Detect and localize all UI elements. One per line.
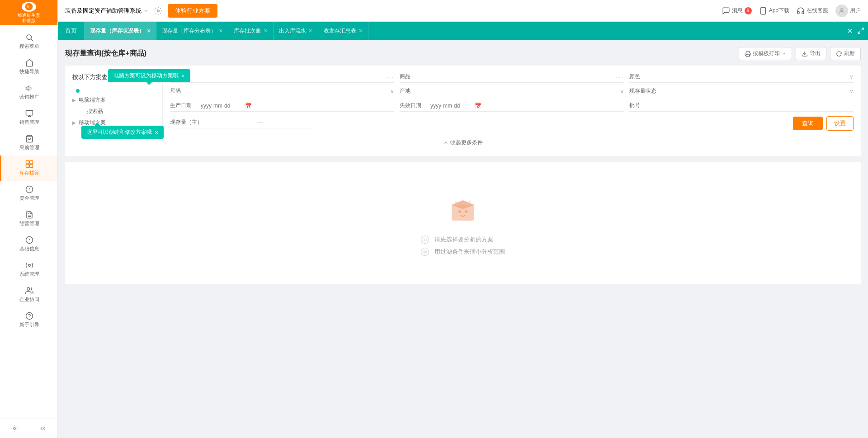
tab-home[interactable]: 首页 bbox=[58, 22, 85, 40]
tab-inventory-distribution[interactable]: 现存量（库存分布表） × bbox=[156, 22, 228, 40]
refresh-icon bbox=[836, 51, 842, 57]
sidebar-item-search[interactable]: 搜索菜单 bbox=[0, 29, 57, 54]
page-title: 现存量查询(按仓库+商品) bbox=[65, 49, 146, 58]
system-dropdown-chevron bbox=[143, 8, 149, 14]
tab-close-2[interactable]: × bbox=[264, 28, 267, 34]
sidebar-logo: 6 畅通好生意 标准版 bbox=[0, 0, 57, 25]
svg-point-23 bbox=[14, 428, 16, 430]
sidebar-item-management[interactable]: 经营管理 bbox=[0, 206, 57, 231]
settings-gear-icon[interactable] bbox=[154, 7, 162, 15]
filter-field-stock-status: 现存量状态 ∨ bbox=[629, 87, 854, 97]
filter-field-warehouse: 仓库 ··· bbox=[170, 73, 394, 83]
export-icon bbox=[802, 51, 808, 57]
headset-icon bbox=[797, 7, 805, 15]
scheme-item-desktop[interactable]: ▶ 电脑端方案 bbox=[72, 94, 157, 106]
svg-point-20 bbox=[27, 287, 30, 290]
tab-bar: 首页 现存量（库存状况表） × 现存量（库存分布表） × 库存批次账 × 出入库… bbox=[58, 22, 868, 40]
tab-close-1[interactable]: × bbox=[219, 28, 222, 34]
filter-row-3: 生产日期 📅 失效日期 📅 批号 bbox=[170, 102, 854, 112]
filter-field-product: 商品 ··· bbox=[400, 73, 624, 83]
content: 现存量查询(按仓库+商品) 按模板打印 导出 刷新 bbox=[58, 40, 868, 438]
print-btn[interactable]: 按模板打印 bbox=[739, 47, 792, 60]
sidebar-item-inventory[interactable]: 库存核算 bbox=[0, 155, 57, 181]
empty-state: ① 请先选择要分析的方案 ② 用过滤条件来缩小分析范围 bbox=[65, 162, 861, 284]
print-dropdown-icon bbox=[782, 52, 786, 56]
size-chevron[interactable]: ∨ bbox=[390, 88, 394, 94]
sidebar-item-marketing[interactable]: 营销推广 bbox=[0, 80, 57, 105]
filter-row-1: 仓库 ··· 商品 ··· 颜色 ∨ bbox=[170, 73, 854, 83]
settings-icon[interactable] bbox=[10, 424, 19, 433]
top-header: 装备及固定资产辅助管理系统 体验行业方案 消息 9 App下载 在线客服 bbox=[58, 0, 868, 22]
tooltip2-close[interactable]: × bbox=[155, 129, 158, 136]
product-dots[interactable]: ··· bbox=[616, 73, 624, 80]
tab-batch-account[interactable]: 库存批次账 × bbox=[228, 22, 273, 40]
settings-btn[interactable]: 设置 bbox=[826, 116, 854, 131]
messages-item[interactable]: 消息 9 bbox=[722, 7, 752, 15]
logo-text: 畅通好生意 标准版 bbox=[18, 13, 40, 24]
system-dropdown[interactable]: 装备及固定资产辅助管理系统 bbox=[65, 7, 149, 15]
prod-date-calendar-icon[interactable]: 📅 bbox=[245, 103, 252, 109]
tab-close-3[interactable]: × bbox=[309, 28, 312, 34]
tab-inventory-status[interactable]: 现存量（库存状况表） × bbox=[85, 22, 156, 40]
sidebar-item-sales[interactable]: 销售管理 bbox=[0, 105, 57, 130]
batch-input[interactable] bbox=[660, 103, 854, 109]
logo-icon: 6 bbox=[22, 2, 36, 12]
collapse-chevron-icon bbox=[443, 140, 448, 146]
messages-badge: 9 bbox=[745, 7, 752, 14]
stock-status-chevron[interactable]: ∨ bbox=[849, 88, 854, 94]
inventory-min-input[interactable] bbox=[206, 119, 252, 126]
scheme-item-search[interactable]: 搜索品 bbox=[72, 106, 157, 117]
tab-close-all-icon[interactable] bbox=[846, 27, 854, 34]
stock-status-input[interactable] bbox=[660, 88, 846, 94]
industry-btn[interactable]: 体验行业方案 bbox=[168, 4, 217, 18]
export-btn[interactable]: 导出 bbox=[796, 47, 826, 60]
prod-date-input[interactable] bbox=[201, 103, 241, 109]
origin-chevron[interactable]: ∨ bbox=[620, 88, 624, 94]
message-icon bbox=[722, 7, 730, 15]
filter-field-origin: 产地 ∨ bbox=[400, 87, 624, 97]
origin-input[interactable] bbox=[430, 88, 616, 94]
sidebar-item-info[interactable]: 基础信息 bbox=[0, 231, 57, 257]
size-input[interactable] bbox=[201, 88, 387, 94]
query-btn[interactable]: 查询 bbox=[793, 117, 823, 130]
svg-text:6: 6 bbox=[27, 5, 29, 9]
svg-point-24 bbox=[157, 9, 160, 12]
filter-field-prod-date: 生产日期 📅 bbox=[170, 102, 394, 112]
sidebar-item-guide[interactable]: 新手引导 bbox=[0, 307, 57, 333]
page-actions: 按模板打印 导出 刷新 bbox=[739, 47, 861, 60]
svg-line-3 bbox=[31, 39, 33, 41]
tab-close-4[interactable]: × bbox=[359, 28, 363, 34]
online-service-item[interactable]: 在线客服 bbox=[797, 7, 828, 15]
sidebar-item-purchase[interactable]: 采购管理 bbox=[0, 130, 57, 155]
tab-inout-flow[interactable]: 出入库流水 × bbox=[274, 22, 318, 40]
tab-maximize-icon[interactable] bbox=[857, 27, 864, 34]
user-avatar bbox=[835, 5, 848, 17]
refresh-btn[interactable]: 刷新 bbox=[830, 47, 861, 60]
filter-panel: 按以下方案查询 + « 电脑方案可设为移动方案哦 × bbox=[65, 66, 861, 156]
sidebar-item-finance[interactable]: 资金管理 bbox=[0, 181, 57, 206]
sidebar-item-system[interactable]: 系统管理 bbox=[0, 257, 57, 282]
collapse-icon[interactable] bbox=[39, 424, 47, 433]
inventory-max-input[interactable] bbox=[269, 119, 315, 126]
filter-row-2: 尺码 ∨ 产地 ∨ 现存量状态 ∨ bbox=[170, 87, 854, 97]
sidebar: 6 畅通好生意 标准版 搜索菜单 快捷导航 营销推广 销售管理 采购管理 bbox=[0, 0, 58, 438]
tab-close-0[interactable]: × bbox=[147, 28, 151, 34]
color-chevron[interactable]: ∨ bbox=[849, 74, 854, 80]
expire-date-calendar-icon[interactable]: 📅 bbox=[475, 103, 481, 109]
expire-date-input[interactable] bbox=[430, 103, 471, 109]
user-item[interactable]: 用户 bbox=[835, 5, 861, 17]
tooltip1-close[interactable]: × bbox=[181, 72, 185, 80]
sidebar-item-navigation[interactable]: 快捷导航 bbox=[0, 54, 57, 80]
collapse-btn[interactable]: 收起更多条件 bbox=[72, 136, 854, 149]
warehouse-input[interactable] bbox=[201, 74, 382, 80]
filter-field-color: 颜色 ∨ bbox=[629, 73, 854, 83]
tab-summary[interactable]: 收发存汇总表 × bbox=[318, 22, 368, 40]
svg-rect-32 bbox=[746, 54, 750, 57]
warehouse-dots[interactable]: ··· bbox=[386, 73, 394, 80]
header-right: 消息 9 App下载 在线客服 用户 bbox=[722, 5, 861, 17]
sidebar-nav: 搜索菜单 快捷导航 营销推广 销售管理 采购管理 库存核算 资金管理 经营管理 bbox=[0, 25, 57, 419]
app-download-item[interactable]: App下载 bbox=[759, 7, 789, 15]
color-input[interactable] bbox=[660, 74, 846, 80]
sidebar-item-enterprise[interactable]: 企业协同 bbox=[0, 282, 57, 307]
product-input[interactable] bbox=[430, 74, 612, 80]
